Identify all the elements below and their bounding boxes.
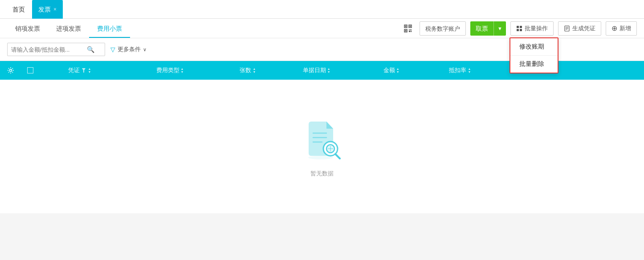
gen-voucher-label: 生成凭证 bbox=[572, 21, 595, 36]
batch-delete-item[interactable]: 批量删除 bbox=[510, 56, 558, 73]
th-expense-type[interactable]: 费用类型 ▲▼ bbox=[120, 61, 220, 80]
svg-rect-9 bbox=[411, 31, 412, 32]
sort-icon: ▲▼ bbox=[181, 67, 184, 73]
new-label: 新增 bbox=[620, 21, 631, 36]
svg-marker-19 bbox=[82, 68, 86, 73]
take-invoice-button[interactable]: 取票 ▼ bbox=[470, 21, 506, 36]
modify-period-item[interactable]: 修改账期 bbox=[510, 38, 558, 56]
svg-rect-11 bbox=[520, 26, 522, 28]
batch-ops-button[interactable]: 批量操作 bbox=[510, 21, 554, 36]
svg-rect-1 bbox=[405, 25, 407, 27]
svg-rect-12 bbox=[517, 29, 519, 31]
close-icon[interactable]: × bbox=[53, 0, 57, 19]
batch-ops-icon bbox=[516, 25, 522, 32]
empty-illustration bbox=[298, 115, 346, 164]
qr-icon bbox=[404, 24, 412, 33]
search-input[interactable] bbox=[11, 46, 87, 53]
top-nav: 首页 发票 × bbox=[0, 0, 644, 19]
header-checkbox[interactable] bbox=[27, 67, 33, 73]
home-tab[interactable]: 首页 bbox=[5, 0, 32, 19]
sort-icon: ▲▼ bbox=[468, 67, 471, 73]
sort-icon: ▲▼ bbox=[327, 67, 330, 73]
th-checkbox[interactable] bbox=[21, 61, 39, 80]
th-deduct-rate[interactable]: 抵扣率 ▲▼ bbox=[426, 61, 494, 80]
th-extra bbox=[575, 61, 644, 80]
sub-tabs-left: 销项发票 进项发票 费用小票 bbox=[7, 19, 130, 38]
more-filter-label: 更多条件 bbox=[118, 45, 141, 53]
th-voucher[interactable]: 凭证 ▲▼ bbox=[39, 61, 120, 80]
empty-state: 暂无数据 bbox=[298, 115, 346, 178]
sort-icon: ▲▼ bbox=[88, 67, 91, 73]
plus-icon: ⊕ bbox=[611, 25, 617, 32]
svg-rect-6 bbox=[409, 29, 410, 30]
sort-icon: ▲▼ bbox=[253, 67, 256, 73]
th-gear[interactable] bbox=[0, 61, 21, 80]
sub-tabs-bar: 销项发票 进项发票 费用小票 税务数字账户 bbox=[0, 19, 644, 38]
tab-expense-receipt[interactable]: 费用小票 bbox=[89, 19, 130, 38]
table-body: 暂无数据 bbox=[0, 80, 644, 213]
batch-ops-dropdown: 修改账期 批量删除 bbox=[509, 37, 558, 73]
empty-text: 暂无数据 bbox=[310, 170, 334, 178]
th-date[interactable]: 单据日期 ▲▼ bbox=[276, 61, 357, 80]
search-input-wrap[interactable]: 🔍 bbox=[7, 43, 105, 56]
sub-tabs-right: 税务数字账户 取票 ▼ 批量操作 生成凭证 ⊕ bbox=[401, 21, 637, 36]
settings-icon bbox=[7, 67, 14, 74]
tab-sales-invoice[interactable]: 销项发票 bbox=[7, 19, 48, 38]
new-button[interactable]: ⊕ 新增 bbox=[606, 21, 637, 36]
svg-rect-3 bbox=[410, 25, 411, 27]
voucher-filter-icon bbox=[81, 67, 86, 73]
take-invoice-arrow[interactable]: ▼ bbox=[493, 21, 506, 36]
svg-rect-5 bbox=[405, 30, 407, 31]
take-invoice-label: 取票 bbox=[470, 21, 493, 36]
filter-icon: ▽ bbox=[110, 46, 115, 53]
search-icon[interactable]: 🔍 bbox=[87, 46, 94, 53]
voucher-icon bbox=[564, 25, 570, 32]
th-amount[interactable]: 金额 ▲▼ bbox=[357, 61, 426, 80]
invoice-tab[interactable]: 发票 × bbox=[32, 0, 63, 19]
svg-rect-7 bbox=[410, 29, 412, 30]
th-count[interactable]: 张数 ▲▼ bbox=[220, 61, 276, 80]
more-filter-button[interactable]: ▽ 更多条件 ∨ bbox=[110, 45, 147, 53]
tab-purchase-invoice[interactable]: 进项发票 bbox=[48, 19, 89, 38]
svg-point-18 bbox=[10, 69, 12, 72]
gen-voucher-button[interactable]: 生成凭证 bbox=[558, 21, 601, 36]
sort-icon: ▲▼ bbox=[396, 67, 399, 73]
qr-code-button[interactable] bbox=[401, 21, 415, 36]
invoice-tab-label: 发票 bbox=[38, 0, 51, 19]
chevron-down-icon: ∨ bbox=[143, 47, 147, 53]
svg-rect-10 bbox=[517, 26, 519, 28]
svg-rect-13 bbox=[520, 29, 522, 31]
batch-ops-label: 批量操作 bbox=[525, 21, 548, 36]
tax-digital-account-button[interactable]: 税务数字账户 bbox=[420, 21, 466, 36]
svg-rect-8 bbox=[409, 31, 410, 32]
svg-line-26 bbox=[335, 154, 340, 158]
